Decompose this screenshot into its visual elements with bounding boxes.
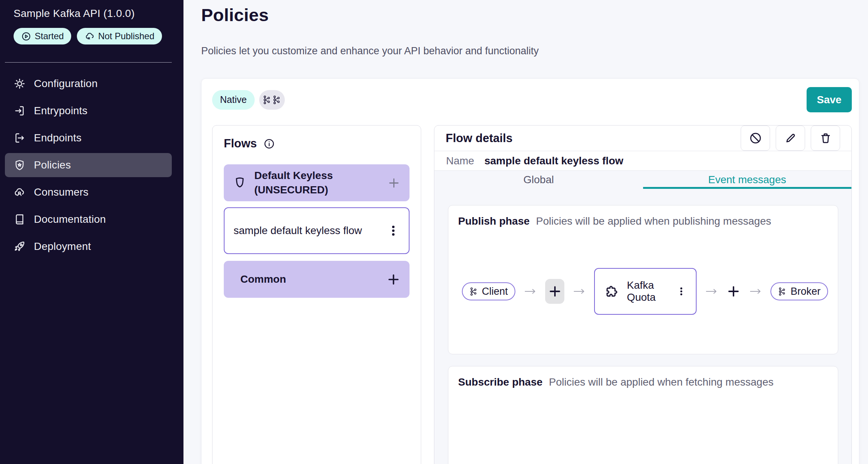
policy-card-kafka-quota[interactable]: Kafka Quota <box>594 268 697 315</box>
plus-icon[interactable] <box>387 273 400 286</box>
kebab-menu-icon[interactable] <box>676 285 686 297</box>
plus-icon <box>548 284 562 299</box>
arrow-out-of-box-icon <box>14 132 26 144</box>
status-badge-label: Not Published <box>98 31 154 41</box>
kafka-icon <box>272 95 281 105</box>
sidebar: Sample Kafka API (1.0.0) Started Not Pub… <box>0 0 183 464</box>
flow-name-row: Name sample default keyless flow <box>434 151 851 171</box>
flow-details-header: Flow details <box>434 126 851 151</box>
flow-details-tabs: Global Event messages <box>434 171 851 189</box>
status-badge-not-published: Not Published <box>77 28 162 44</box>
save-button[interactable]: Save <box>807 87 852 112</box>
add-policy-button[interactable] <box>726 284 741 299</box>
flow-details-body: Publish phase Policies will be applied w… <box>434 189 851 464</box>
sidebar-item-endpoints[interactable]: Endpoints <box>5 126 172 150</box>
status-badge-started: Started <box>14 28 71 44</box>
chain-target-pill: Broker <box>770 282 828 300</box>
page-subtitle: Policies let you customize and enhance y… <box>201 45 539 57</box>
sidebar-nav: Configuration Entrypoints Endpoints Poli… <box>5 72 172 259</box>
delete-flow-button[interactable] <box>811 126 840 151</box>
sidebar-item-label: Entrypoints <box>34 105 87 117</box>
tab-event-messages[interactable]: Event messages <box>643 171 852 189</box>
phase-title: Subscribe phase <box>458 376 542 388</box>
add-policy-button[interactable] <box>545 279 564 304</box>
sidebar-item-policies[interactable]: Policies <box>5 153 172 177</box>
app-window: Sample Kafka API (1.0.0) Started Not Pub… <box>0 0 868 464</box>
plus-icon[interactable] <box>387 176 400 190</box>
flow-details-actions <box>741 126 840 151</box>
flow-item-sample-default-keyless-flow[interactable]: sample default keyless flow <box>224 207 410 254</box>
arrow-into-box-icon <box>14 105 26 117</box>
trash-icon <box>819 132 832 145</box>
sidebar-item-configuration[interactable]: Configuration <box>5 72 172 96</box>
subscribe-phase-header: Subscribe phase Policies will be applied… <box>458 376 828 388</box>
disable-flow-button[interactable] <box>741 126 770 151</box>
flows-header: Flows <box>224 137 410 150</box>
rocket-icon <box>14 240 26 253</box>
flow-details-title: Flow details <box>446 132 512 145</box>
chain-arrow-icon <box>524 287 536 296</box>
api-status-badges: Started Not Published <box>14 28 162 44</box>
sidebar-item-label: Consumers <box>34 186 89 198</box>
sidebar-item-consumers[interactable]: Consumers <box>5 180 172 204</box>
flow-item-label: Default Keyless (UNSECURED) <box>254 168 333 197</box>
chain-source-label: Client <box>482 286 508 297</box>
sidebar-item-deployment[interactable]: Deployment <box>5 234 172 259</box>
flow-item-common[interactable]: Common <box>224 261 410 298</box>
kafka-icon <box>778 286 787 297</box>
book-icon <box>14 213 26 225</box>
sidebar-item-label: Policies <box>34 159 71 171</box>
sidebar-item-label: Endpoints <box>34 132 81 144</box>
gear-icon <box>14 78 26 90</box>
flow-item-default-keyless[interactable]: Default Keyless (UNSECURED) <box>224 164 410 201</box>
cloud-person-icon <box>14 186 26 198</box>
sidebar-item-label: Documentation <box>34 213 106 225</box>
kafka-type-chip <box>259 90 285 110</box>
page-title: Policies <box>201 5 269 25</box>
shield-star-icon <box>14 159 26 171</box>
cloud-x-icon <box>84 31 95 41</box>
kebab-menu-icon[interactable] <box>387 224 400 237</box>
tab-global[interactable]: Global <box>434 171 643 189</box>
policies-card: Native Save Flows D <box>201 78 859 464</box>
chain-arrow-icon <box>573 287 585 296</box>
flow-name-value: sample default keyless flow <box>484 155 623 167</box>
flow-item-label: sample default keyless flow <box>234 225 362 237</box>
subscribe-phase-card: Subscribe phase Policies will be applied… <box>448 366 838 464</box>
status-badge-label: Started <box>35 31 64 41</box>
ban-icon <box>749 132 762 145</box>
publish-phase-header: Publish phase Policies will be applied w… <box>458 215 828 227</box>
flow-name-label: Name <box>446 155 474 167</box>
edit-flow-button[interactable] <box>776 126 805 151</box>
api-title: Sample Kafka API (1.0.0) <box>14 8 135 20</box>
phase-description: Policies will be applied when publishing… <box>536 215 771 227</box>
sidebar-item-entrypoints[interactable]: Entrypoints <box>5 99 172 123</box>
flows-panel: Flows Default Keyless (UNSECURED) sample… <box>212 125 421 464</box>
shield-icon <box>233 176 247 190</box>
info-icon[interactable] <box>263 138 275 150</box>
sidebar-divider <box>5 62 172 63</box>
phase-title: Publish phase <box>458 215 530 227</box>
flow-details-panel: Flow details <box>434 125 852 464</box>
sidebar-item-label: Deployment <box>34 240 91 253</box>
policy-name: Kafka Quota <box>627 279 676 303</box>
pencil-icon <box>784 132 797 145</box>
sidebar-item-documentation[interactable]: Documentation <box>5 207 172 231</box>
flow-item-label: Common <box>240 272 286 286</box>
chain-target-label: Broker <box>790 286 821 297</box>
panels-row: Flows Default Keyless (UNSECURED) sample… <box>212 125 852 464</box>
sidebar-item-label: Configuration <box>34 78 98 90</box>
play-circle-icon <box>21 31 31 41</box>
chain-arrow-icon <box>749 287 762 296</box>
kafka-icon <box>469 286 478 297</box>
puzzle-icon <box>605 285 619 299</box>
main-content: Policies Policies let you customize and … <box>183 0 868 464</box>
plus-icon <box>726 284 741 299</box>
phase-description: Policies will be applied when fetching m… <box>549 376 773 388</box>
chain-arrow-icon <box>705 287 718 296</box>
policies-toolbar: Native Save <box>212 87 852 112</box>
api-type-chip: Native <box>212 90 255 110</box>
flows-title: Flows <box>224 137 257 150</box>
publish-phase-card: Publish phase Policies will be applied w… <box>448 205 838 354</box>
kafka-icon <box>263 95 272 105</box>
